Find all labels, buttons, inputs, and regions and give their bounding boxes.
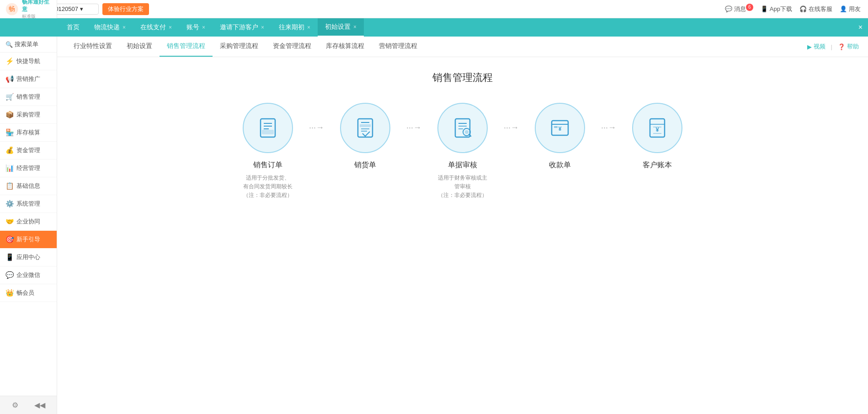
collapse-button[interactable]: ◀◀ <box>34 401 45 409</box>
nav-tab-home[interactable]: 首页 <box>59 18 87 37</box>
sub-tab-fund-flow[interactable]: 资金管理流程 <box>266 37 319 57</box>
avatar-icon: 👤 <box>840 5 847 12</box>
svg-line-17 <box>469 134 471 136</box>
flow-desc-sales-order: 适用于分批发货、有合同发货周期较长（注：非必要流程） <box>243 174 293 200</box>
nav-tab-payment[interactable]: 在线支付 × <box>133 18 179 37</box>
svg-rect-9 <box>360 124 371 127</box>
sidebar-item-system[interactable]: ⚙️ 系统管理 <box>0 195 57 213</box>
flow-step-payment: ¥ 收款单 <box>519 103 601 174</box>
ledger-icon: ¥ <box>645 116 669 140</box>
sidebar-item-enterprise-coop[interactable]: 🤝 企业协同 <box>0 213 57 231</box>
flow-desc-audit: 适用于财务审核或主管审核（注：非必要流程） <box>438 174 487 200</box>
sub-tab-inventory-flow[interactable]: 库存核算流程 <box>319 37 372 57</box>
nav-tab-close[interactable]: × <box>261 24 264 31</box>
sub-tab-label: 采购管理流程 <box>220 42 258 49</box>
sub-tabs-right: ▶ 视频 | ❓ 帮助 <box>807 42 859 51</box>
sub-tab-purchase-flow[interactable]: 采购管理流程 <box>213 37 266 57</box>
online-service-link[interactable]: 🎧 在线客服 <box>799 5 832 13</box>
sub-tab-label: 营销管理流程 <box>379 42 417 49</box>
nav-tab-invite[interactable]: 邀请下游客户 × <box>213 18 272 37</box>
user-profile[interactable]: 👤 用友 <box>840 5 861 13</box>
help-link[interactable]: ❓ 帮助 <box>838 42 859 51</box>
flow-circle-delivery <box>340 103 390 153</box>
nav-tab-close[interactable]: × <box>169 24 172 31</box>
settings-button[interactable]: ⚙ <box>12 401 18 409</box>
sidebar-item-basic[interactable]: 📋 基础信息 <box>0 177 57 195</box>
search-label: 搜索菜单 <box>15 40 38 48</box>
flow-circle-payment: ¥ <box>535 103 585 153</box>
sidebar-item-label: 销售管理 <box>16 93 40 101</box>
sidebar-item-marketing[interactable]: 📢 营销推广 <box>0 70 57 88</box>
sub-tab-marketing-flow[interactable]: 营销管理流程 <box>372 37 425 57</box>
page-title: 销售管理流程 <box>57 57 868 103</box>
sub-tab-industry[interactable]: 行业特性设置 <box>66 37 119 57</box>
video-link[interactable]: ▶ 视频 <box>807 42 825 51</box>
sidebar-item-wechat[interactable]: 💬 企业微信 <box>0 266 57 284</box>
sales-order-icon <box>256 116 280 140</box>
nav-tab-close[interactable]: × <box>122 24 126 31</box>
video-label: 视频 <box>814 42 825 51</box>
sub-tab-sales-flow[interactable]: 销售管理流程 <box>160 37 213 57</box>
nav-tab-label: 首页 <box>67 23 80 32</box>
nav-tab-label: 邀请下游客户 <box>220 23 258 32</box>
sales-icon: 🛒 <box>5 93 14 101</box>
nav-tabs: 首页 物流快递 × 在线支付 × 账号 × 邀请下游客户 × 往来期初 × 初始… <box>0 18 868 37</box>
sidebar-footer: ⚙ ◀◀ <box>0 396 57 414</box>
sidebar-item-sales[interactable]: 🛒 销售管理 <box>0 88 57 106</box>
sidebar-item-label: 企业协同 <box>16 218 40 226</box>
nav-tab-account[interactable]: 账号 × <box>179 18 213 37</box>
sidebar-item-app-center[interactable]: 📱 应用中心 <box>0 249 57 266</box>
message-icon: 💬 <box>725 5 732 12</box>
sub-tab-initial[interactable]: 初始设置 <box>119 37 160 57</box>
fund-icon: 💰 <box>5 146 14 154</box>
flow-step-sales-order: 销售订单 适用于分批发货、有合同发货周期较长（注：非必要流程） <box>227 103 309 200</box>
flow-label-sales-order: 销售订单 <box>253 160 282 170</box>
sidebar-item-fund[interactable]: 💰 资金管理 <box>0 142 57 159</box>
sidebar-item-ops[interactable]: 📊 经营管理 <box>0 159 57 177</box>
sidebar-item-label: 新手引导 <box>16 235 40 244</box>
arrow-icon: ···→ <box>504 123 519 133</box>
headset-icon: 🎧 <box>799 5 807 12</box>
online-service-label: 在线客服 <box>809 5 832 13</box>
svg-point-18 <box>465 130 469 134</box>
nav-tab-initial-settings[interactable]: 初始设置 × <box>318 18 364 37</box>
flow-diagram: 销售订单 适用于分批发货、有合同发货周期较长（注：非必要流程） ···→ 销货单 <box>57 103 868 218</box>
nav-tab-close[interactable]: × <box>202 24 205 31</box>
system-icon: ⚙️ <box>5 200 14 208</box>
nav-tab-close[interactable]: × <box>353 24 357 30</box>
trial-button[interactable]: 体验行业方案 <box>102 3 149 15</box>
sidebar-item-member[interactable]: 👑 畅会员 <box>0 284 57 302</box>
nav-tab-close[interactable]: × <box>307 24 310 31</box>
close-all-tabs[interactable]: × <box>853 23 868 32</box>
help-icon: ❓ <box>838 43 845 50</box>
sidebar-item-label: 快捷导航 <box>16 57 40 65</box>
nav-tab-label: 账号 <box>186 23 199 32</box>
svg-rect-12 <box>455 119 470 137</box>
message-link[interactable]: 💬 消息 6 <box>725 5 753 13</box>
app-download-link[interactable]: 📱 App下载 <box>761 5 792 13</box>
basic-icon: 📋 <box>5 182 14 190</box>
search-icon: 🔍 <box>5 41 13 48</box>
main-content: 行业特性设置 初始设置 销售管理流程 采购管理流程 资金管理流程 库存核算流程 … <box>57 37 868 414</box>
sub-tab-label: 库存核算流程 <box>326 42 364 49</box>
nav-tab-period[interactable]: 往来期初 × <box>272 18 318 37</box>
sidebar-item-label: 库存核算 <box>16 128 40 137</box>
sidebar-item-inventory[interactable]: 🏪 库存核算 <box>0 124 57 142</box>
sidebar-item-label: 基础信息 <box>16 182 40 190</box>
newbie-icon: 🎯 <box>5 235 14 244</box>
sidebar-item-newbie[interactable]: 🎯 新手引导 <box>0 231 57 249</box>
sidebar-item-label: 企业微信 <box>16 271 40 279</box>
purchase-icon: 📦 <box>5 111 14 119</box>
svg-rect-7 <box>358 119 373 137</box>
flow-label-audit: 单据审核 <box>448 160 477 170</box>
nav-tab-logistics[interactable]: 物流快递 × <box>87 18 133 37</box>
enterprise-icon: 🤝 <box>5 218 14 226</box>
sidebar-item-purchase[interactable]: 📦 采购管理 <box>0 106 57 124</box>
audit-icon <box>451 116 474 140</box>
message-label: 消息 <box>734 5 746 13</box>
sidebar-item-quick-nav[interactable]: ⚡ 快捷导航 <box>0 53 57 70</box>
app-download-label: App下载 <box>770 5 792 13</box>
nav-tab-label: 在线支付 <box>140 23 166 32</box>
sidebar-search[interactable]: 🔍 搜索菜单 <box>0 37 57 53</box>
sub-tab-label: 行业特性设置 <box>74 42 112 49</box>
